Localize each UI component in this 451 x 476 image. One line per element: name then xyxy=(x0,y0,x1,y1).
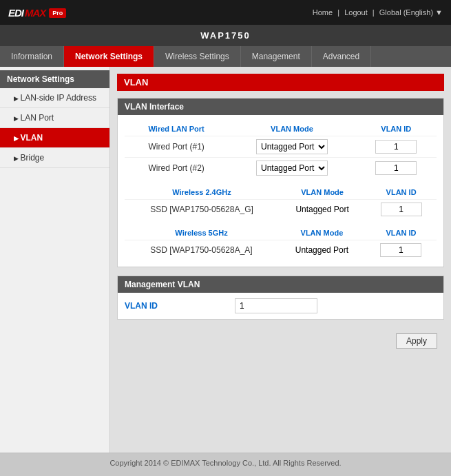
w24-col-id: VLAN ID xyxy=(366,185,437,200)
vlan-interface-body: Wired LAN Port VLAN Mode VLAN ID Wired P… xyxy=(118,115,443,267)
sidebar-item-vlan[interactable]: VLAN xyxy=(0,128,109,148)
wired-col-mode: VLAN Mode xyxy=(228,122,355,136)
table-row: Wired Port (#2) Untagged Port Tagged Por… xyxy=(125,158,437,179)
header: EDIMAX Pro Home | Logout | Global (Engli… xyxy=(0,0,451,25)
sidebar-title: Network Settings xyxy=(0,70,109,88)
table-row: Wired Port (#1) Untagged Port Tagged Por… xyxy=(125,136,437,158)
management-vlan-row: VLAN ID xyxy=(118,293,443,319)
wired-port-1-mode-cell: Untagged Port Tagged Port xyxy=(228,136,355,158)
table-row: SSD [WAP1750-05628A_A] Untagged Port xyxy=(125,240,437,260)
language-selector[interactable]: Global (English) xyxy=(379,8,433,17)
wired-ports-table: Wired LAN Port VLAN Mode VLAN ID Wired P… xyxy=(125,122,437,178)
wired-col-id: VLAN ID xyxy=(356,122,437,136)
wireless-5-table: Wireless 5GHz VLAN Mode VLAN ID SSD [WAP… xyxy=(125,226,437,260)
logo: EDIMAX Pro xyxy=(8,7,66,19)
header-links: Home | Logout | Global (English) ▼ xyxy=(313,8,443,17)
wired-port-2-mode-select[interactable]: Untagged Port Tagged Port xyxy=(256,161,328,176)
sep1: | xyxy=(337,8,339,17)
mgmt-vlan-id-input[interactable] xyxy=(235,298,317,313)
sidebar-item-lan-ip[interactable]: LAN-side IP Address xyxy=(0,88,109,108)
wired-port-2-id-cell xyxy=(356,158,437,179)
w5-port-id-cell xyxy=(366,240,437,260)
wired-col-port: Wired LAN Port xyxy=(125,122,228,136)
page-title: VLAN xyxy=(117,74,444,91)
tab-advanced[interactable]: Advanced xyxy=(312,46,371,67)
logout-link[interactable]: Logout xyxy=(344,8,368,17)
footer: Copyright 2014 © EDIMAX Technology Co., … xyxy=(0,453,451,473)
home-link[interactable]: Home xyxy=(313,8,333,17)
main-layout: Network Settings LAN-side IP Address LAN… xyxy=(0,67,451,453)
wired-port-2-label: Wired Port (#2) xyxy=(125,158,228,179)
device-title: WAP1750 xyxy=(0,25,451,46)
chevron-down-icon: ▼ xyxy=(435,8,443,17)
w5-col-mode: VLAN Mode xyxy=(278,226,366,240)
sep2: | xyxy=(373,8,375,17)
wireless-24-table: Wireless 2.4GHz VLAN Mode VLAN ID SSD [W… xyxy=(125,185,437,219)
sidebar-item-lan-port[interactable]: LAN Port xyxy=(0,108,109,128)
management-vlan-header: Management VLAN xyxy=(118,276,443,293)
apply-button[interactable]: Apply xyxy=(396,333,437,349)
w5-col-id: VLAN ID xyxy=(366,226,437,240)
w24-port-mode: Untagged Port xyxy=(279,200,366,220)
wired-port-2-mode-cell: Untagged Port Tagged Port xyxy=(228,158,355,179)
tab-wireless-settings[interactable]: Wireless Settings xyxy=(154,46,241,67)
button-row: Apply xyxy=(117,328,444,354)
w24-col-mode: VLAN Mode xyxy=(279,185,366,200)
content-area: VLAN VLAN Interface Wired LAN Port VLAN … xyxy=(110,67,451,453)
nav-tabs: Information Network Settings Wireless Se… xyxy=(0,46,451,67)
w24-port-id-cell xyxy=(366,200,437,220)
management-vlan-section: Management VLAN VLAN ID xyxy=(117,276,444,320)
sidebar-item-bridge[interactable]: Bridge xyxy=(0,148,109,168)
w5-col-port: Wireless 5GHz xyxy=(125,226,278,240)
vlan-interface-section: VLAN Interface Wired LAN Port VLAN Mode … xyxy=(117,98,444,267)
w24-col-port: Wireless 2.4GHz xyxy=(125,185,279,200)
vlan-interface-header: VLAN Interface xyxy=(118,99,443,115)
logo-max: MAX xyxy=(25,7,45,19)
tab-management[interactable]: Management xyxy=(241,46,312,67)
wired-port-1-id-input[interactable] xyxy=(375,140,417,154)
mgmt-vlan-id-label: VLAN ID xyxy=(125,301,235,311)
wired-port-2-id-input[interactable] xyxy=(375,161,417,175)
w5-port-mode: Untagged Port xyxy=(278,240,366,260)
tab-network-settings[interactable]: Network Settings xyxy=(64,46,154,67)
sidebar: Network Settings LAN-side IP Address LAN… xyxy=(0,67,110,453)
logo-edi: EDI xyxy=(8,7,23,19)
tab-information[interactable]: Information xyxy=(0,46,64,67)
wired-port-1-mode-select[interactable]: Untagged Port Tagged Port xyxy=(256,139,328,154)
logo-pro: Pro xyxy=(49,8,66,18)
wired-port-1-label: Wired Port (#1) xyxy=(125,136,228,158)
w5-port-label: SSD [WAP1750-05628A_A] xyxy=(125,240,278,260)
w24-port-id-input[interactable] xyxy=(381,203,422,216)
table-row: SSD [WAP1750-05628A_G] Untagged Port xyxy=(125,200,437,220)
w5-port-id-input[interactable] xyxy=(380,243,421,257)
wired-port-1-id-cell xyxy=(356,136,437,158)
w24-port-label: SSD [WAP1750-05628A_G] xyxy=(125,200,279,220)
